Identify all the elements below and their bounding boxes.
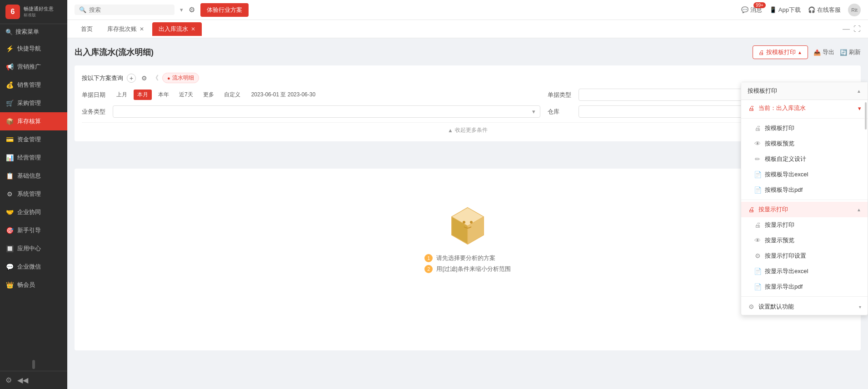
sidebar-item-marketing[interactable]: 📢 营销推广 [0, 58, 67, 76]
svg-point-4 [463, 221, 465, 224]
template-print-icon: 🖨 [754, 125, 761, 132]
tab-home[interactable]: 首页 [75, 22, 99, 36]
step-1-number: 1 [424, 254, 433, 262]
dropdown-scrollbar[interactable] [865, 100, 867, 315]
dropdown-set-default[interactable]: ⚙ 设置默认功能 ▾ [741, 299, 868, 315]
sidebar-logo: 6 畅捷通好生意 标准版 [0, 0, 67, 24]
sidebar-item-inventory[interactable]: 📦 库存核算 [0, 112, 67, 130]
dropdown-divider-1 [741, 118, 868, 119]
page-actions: 🖨 按模板打印 ▲ 📤 导出 🔄 刷新 [753, 45, 861, 59]
export-button[interactable]: 📤 导出 [813, 48, 834, 56]
refresh-icon: 🔄 [840, 49, 847, 56]
sidebar-collapse-icon[interactable]: ◀◀ [17, 376, 28, 384]
sidebar-item-member[interactable]: 👑 畅会员 [0, 276, 67, 294]
tab-flow-close-icon[interactable]: ✕ [191, 26, 195, 32]
sidebar-item-system[interactable]: ⚙ 系统管理 [0, 185, 67, 203]
sidebar-nav: ⚡ 快捷导航 📢 营销推广 💰 销售管理 🛒 采购管理 📦 库存核算 💳 [0, 40, 67, 358]
sidebar-item-finance[interactable]: 💳 资金管理 [0, 130, 67, 149]
filter-collapse-icon[interactable]: 《 [152, 74, 159, 82]
search-icon: 🔍 [5, 29, 13, 35]
template-preview-icon: 👁 [754, 140, 761, 147]
date-field-label: 单据日期 [82, 91, 109, 99]
apps-icon: 🔲 [5, 244, 14, 253]
enterprise-icon: 🤝 [5, 208, 14, 216]
date-option-more[interactable]: 更多 [200, 90, 218, 100]
tab-flow-label: 出入库流水 [159, 25, 188, 33]
date-option-this-month[interactable]: 本月 [134, 90, 152, 100]
print-template-button[interactable]: 🖨 按模板打印 ▲ [753, 45, 808, 59]
dropdown-template-custom[interactable]: ✏ 模板自定义设计 [741, 151, 868, 167]
filter-row-2: 业务类型 ▾ 仓库 ··· [82, 105, 853, 118]
dropdown-display-excel[interactable]: 📄 按显示导出excel [741, 264, 868, 279]
wechat-icon: 💬 [5, 263, 14, 271]
template-excel-icon: 📄 [754, 171, 761, 178]
date-option-last-month[interactable]: 上月 [113, 90, 131, 100]
topbar-search-input[interactable] [89, 6, 153, 13]
topbar-search-icon: 🔍 [79, 6, 86, 13]
empty-step-1: 1 请先选择要分析的方案 [424, 254, 510, 262]
tab-batch-close-icon[interactable]: ✕ [140, 26, 144, 32]
dropdown-display-section[interactable]: 🖨 按显示打印 ▲ [741, 202, 868, 217]
display-preview-icon: 👁 [754, 237, 761, 244]
tab-expand-icon[interactable]: ⛶ [853, 25, 861, 33]
sidebar-item-basic[interactable]: 📋 基础信息 [0, 167, 67, 185]
dropdown-template-pdf[interactable]: 📄 按模板导出pdf [741, 182, 868, 198]
chevron-up-icon: ▲ [798, 50, 802, 55]
step-2-label: 用[过滤]条件来缩小分析范围 [436, 265, 510, 273]
tab-batch[interactable]: 库存批次账 ✕ [101, 22, 150, 36]
dropdown-display-print[interactable]: 🖨 按显示打印 [741, 217, 868, 233]
sidebar-item-purchase[interactable]: 🛒 采购管理 [0, 94, 67, 112]
date-option-7days[interactable]: 近7天 [175, 90, 197, 100]
sidebar-item-guide[interactable]: 🎯 新手引导 [0, 221, 67, 239]
dropdown-template-preview[interactable]: 👁 按模板预览 [741, 136, 868, 151]
filter-settings-button[interactable]: ⚙ [140, 74, 149, 83]
date-option-custom[interactable]: 自定义 [220, 90, 244, 100]
topbar-gear-icon[interactable]: ⚙ [189, 5, 195, 14]
purchase-icon: 🛒 [5, 99, 14, 107]
sidebar-item-label: 资金管理 [17, 135, 41, 144]
sidebar-item-sales[interactable]: 💰 销售管理 [0, 76, 67, 94]
app-download-label: App下载 [778, 6, 801, 14]
filter-add-button[interactable]: + [127, 74, 136, 83]
topbar-message[interactable]: 💬 消息 99+ [741, 6, 762, 14]
sidebar-search[interactable]: 🔍 搜索菜单 [0, 24, 67, 40]
topbar-search-box[interactable]: 🔍 [75, 5, 175, 15]
topbar-dropdown-arrow[interactable]: ▾ [180, 6, 183, 13]
dropdown-display-settings[interactable]: ⚙ 按显示打印设置 [741, 248, 868, 264]
sidebar-settings-icon[interactable]: ⚙ [5, 376, 12, 384]
refresh-button[interactable]: 🔄 刷新 [840, 48, 861, 56]
sidebar-item-operation[interactable]: 📊 经营管理 [0, 149, 67, 167]
dropdown-template-print[interactable]: 🖨 按模板打印 [741, 120, 868, 136]
sidebar-item-apps[interactable]: 🔲 应用中心 [0, 239, 67, 258]
dropdown-template-excel[interactable]: 📄 按模板导出excel [741, 167, 868, 182]
dropdown-display-preview[interactable]: 👁 按显示预览 [741, 233, 868, 248]
tabs-bar: 首页 库存批次账 ✕ 出入库流水 ✕ — ⛶ [67, 20, 868, 38]
filter-tag: ● 流水明细 [162, 73, 199, 83]
collapse-more-conditions[interactable]: ▲ 收起更多条件 [82, 122, 853, 134]
date-option-this-year[interactable]: 本年 [155, 90, 173, 100]
topbar-app-download[interactable]: 📱 App下载 [769, 6, 801, 14]
sidebar-item-enterprise[interactable]: 🤝 企业协同 [0, 203, 67, 221]
dropdown-divider-2 [741, 199, 868, 200]
finance-icon: 💳 [5, 135, 14, 144]
tab-flow[interactable]: 出入库流水 ✕ [152, 22, 202, 36]
print-label: 按模板打印 [766, 48, 796, 56]
empty-state: 1 请先选择要分析的方案 2 用[过滤]条件来缩小分析范围 [82, 176, 853, 300]
display-pdf-icon: 📄 [754, 283, 761, 290]
dropdown-current-item[interactable]: 🖨 当前：出入库流水 ▾ [741, 100, 868, 116]
topbar-avatar[interactable]: Rit [848, 4, 861, 16]
topbar-online-service[interactable]: 🎧 在线客服 [808, 6, 841, 14]
biz-type-select[interactable]: ▾ [113, 105, 540, 118]
chevron-up-icon: ▲ [448, 127, 453, 134]
user-name: Rit [851, 7, 857, 13]
tab-minimize-icon[interactable]: — [843, 25, 850, 33]
display-section-label: 按显示打印 [758, 205, 788, 214]
sidebar-search-label: 搜索菜单 [15, 28, 39, 36]
sidebar-item-wechat[interactable]: 💬 企业微信 [0, 258, 67, 276]
dropdown-display-pdf[interactable]: 📄 按显示导出pdf [741, 279, 868, 294]
filter-row-1: 单据日期 上月 本月 本年 近7天 更多 自定义 2023-06-01 至 20… [82, 89, 853, 101]
sidebar-item-quick-nav[interactable]: ⚡ 快捷导航 [0, 40, 67, 58]
export-icon: 📤 [813, 49, 821, 56]
step-1-label: 请先选择要分析的方案 [436, 254, 495, 262]
topbar-trial-button[interactable]: 体验行业方案 [200, 3, 249, 17]
